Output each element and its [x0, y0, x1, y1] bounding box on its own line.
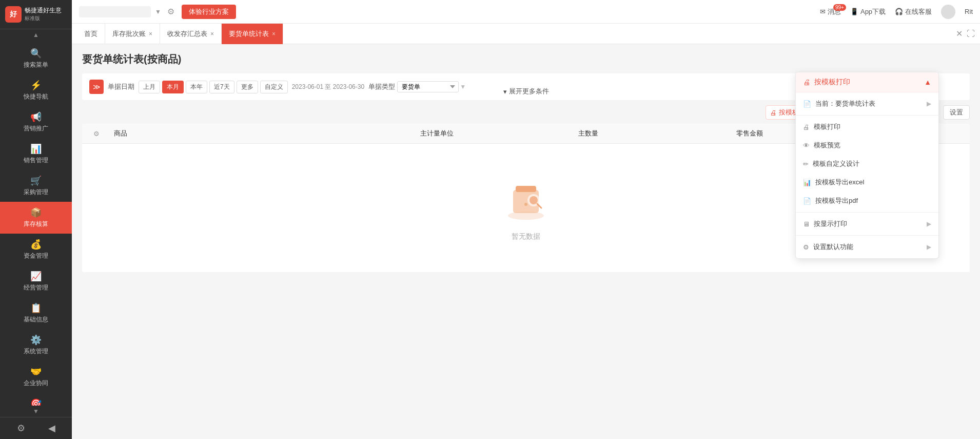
page-title: 要货单统计表(按商品)	[82, 52, 970, 66]
sidebar-item-guide[interactable]: 🎯 新手引导	[0, 393, 72, 406]
topbar-gear-icon[interactable]: ⚙	[167, 7, 174, 16]
current-template-item[interactable]: 📄 当前：要货单统计表 ▶	[796, 94, 938, 113]
headset-icon: 🎧	[895, 8, 903, 15]
system-icon: ⚙️	[30, 334, 42, 346]
sidebar-item-search[interactable]: 🔍 搜索菜单	[0, 43, 72, 74]
tab-close-icon[interactable]: ×	[272, 30, 276, 37]
template-preview-icon: 👁	[803, 142, 810, 149]
excel-icon: 📊	[803, 179, 811, 186]
dropdown-collapse-icon[interactable]: ▲	[924, 78, 931, 86]
col-qty: 主数量	[573, 129, 731, 138]
sidebar-item-label: 搜索菜单	[24, 61, 48, 69]
template-print-label: 模板打印	[814, 122, 840, 131]
online-service-label: 在线客服	[905, 7, 932, 16]
inventory-icon: 📦	[30, 207, 42, 218]
col-unit: 主计量单位	[415, 129, 573, 138]
topbar-right: ✉ 消息 99+ 📱 App下载 🎧 在线客服 Rit	[820, 5, 973, 19]
sidebar-item-label: 销售管理	[24, 156, 48, 165]
sidebar-item-operations[interactable]: 📈 经营管理	[0, 265, 72, 297]
marketing-icon: 📢	[30, 111, 42, 123]
template-export-excel-item[interactable]: 📊 按模板导出excel	[796, 173, 938, 192]
online-service-button[interactable]: 🎧 在线客服	[895, 7, 932, 16]
search-input[interactable]	[79, 6, 151, 17]
template-preview-label: 模板预览	[814, 141, 840, 150]
tab-label: 首页	[84, 29, 97, 39]
sidebar-item-sales[interactable]: 📊 销售管理	[0, 138, 72, 170]
empty-illustration	[500, 175, 552, 226]
template-export-pdf-item[interactable]: 📄 按模板导出pdf	[796, 192, 938, 210]
expand-more-button[interactable]: ▾ 展开更多条件	[496, 85, 556, 98]
tab-close-icon[interactable]: ×	[210, 30, 214, 37]
topbar-dropdown-arrow[interactable]: ▼	[155, 8, 161, 15]
sidebar-item-finance[interactable]: 💰 资金管理	[0, 234, 72, 265]
sidebar-item-quicknav[interactable]: ⚡ 快捷导航	[0, 74, 72, 106]
industry-solution-button[interactable]: 体验行业方案	[182, 5, 236, 19]
tab-label: 要货单统计表	[229, 29, 269, 39]
user-avatar[interactable]	[941, 5, 955, 19]
collapse-sidebar-icon[interactable]: ◀	[48, 423, 55, 434]
print-dropdown: 🖨 按模板打印 ▲ 📄 当前：要货单统计表 ▶ 🖨 模板打印 👁 模板预览 ✏ …	[795, 72, 939, 259]
topbar: ▼ ⚙ 体验行业方案 ✉ 消息 99+ 📱 App下载 🎧 在线客服 Rit	[72, 0, 980, 24]
tab-inventory-batch[interactable]: 库存批次账 ×	[105, 24, 160, 44]
tab-close-icon[interactable]: ×	[149, 30, 152, 37]
app-download-button[interactable]: 📱 App下载	[850, 7, 886, 16]
sidebar-item-marketing[interactable]: 📢 营销推广	[0, 106, 72, 138]
template-design-label: 模板自定义设计	[813, 159, 859, 168]
current-template-label: 当前：要货单统计表	[815, 99, 875, 108]
sidebar-item-collaboration[interactable]: 🤝 企业协同	[0, 361, 72, 393]
sidebar-item-basic-info[interactable]: 📋 基础信息	[0, 297, 72, 329]
tab-home[interactable]: 首页	[77, 24, 105, 44]
sidebar-nav: 🔍 搜索菜单 ⚡ 快捷导航 📢 营销推广 📊 销售管理 🛒 采购管理 📦 库存核…	[0, 41, 72, 406]
current-template-icon: 📄	[803, 100, 811, 108]
template-pdf-label: 按模板导出pdf	[815, 196, 858, 205]
app-name: 畅捷通好生意	[25, 7, 62, 15]
collaboration-icon: 🤝	[30, 366, 42, 377]
svg-point-4	[530, 196, 538, 204]
sidebar-item-label: 营销推广	[24, 124, 48, 133]
svg-point-6	[524, 203, 527, 206]
table-settings-col[interactable]: ⚙	[88, 130, 109, 138]
sidebar-item-label: 快捷导航	[24, 92, 48, 101]
display-print-item[interactable]: 🖥 按显示打印 ▶	[796, 215, 938, 233]
sidebar-item-system[interactable]: ⚙️ 系统管理	[0, 329, 72, 361]
sidebar-item-inventory[interactable]: 📦 库存核算	[0, 202, 72, 234]
sidebar-scroll-down[interactable]: ▼	[0, 406, 72, 417]
sidebar-item-label: 系统管理	[24, 347, 48, 356]
default-fn-label: 设置默认功能	[813, 242, 853, 252]
tab-order-stats[interactable]: 要货单统计表 ×	[222, 24, 283, 44]
display-print-label: 按显示打印	[814, 219, 847, 228]
guide-icon: 🎯	[30, 398, 42, 406]
default-fn-icon: ⚙	[803, 243, 809, 251]
expand-chevron-down-icon: ▾	[503, 88, 507, 96]
svg-rect-2	[516, 186, 536, 192]
dropdown-header[interactable]: 🖨 按模板打印 ▲	[796, 72, 938, 92]
basic-info-icon: 📋	[30, 302, 42, 314]
tab-label: 收发存汇总表	[167, 29, 207, 39]
search-nav-icon: 🔍	[30, 48, 42, 59]
logo-icon: 好	[5, 6, 22, 23]
sidebar-item-purchase[interactable]: 🛒 采购管理	[0, 170, 72, 202]
pdf-icon: 📄	[803, 197, 811, 205]
sidebar-scroll-up[interactable]: ▲	[0, 29, 72, 41]
settings-bottom-icon[interactable]: ⚙	[17, 423, 25, 434]
template-preview-item[interactable]: 👁 模板预览	[796, 136, 938, 155]
tab-stock-summary[interactable]: 收发存汇总表 ×	[160, 24, 222, 44]
expand-more-label: 展开更多条件	[509, 87, 549, 96]
settings-button[interactable]: 设置	[943, 105, 970, 120]
chevron-right-icon: ▶	[927, 220, 931, 227]
app-download-label: App下载	[860, 7, 886, 16]
tab-label: 库存批次账	[112, 29, 146, 39]
close-all-tabs-icon[interactable]: ✕	[956, 29, 963, 39]
purchase-icon: 🛒	[30, 175, 42, 186]
display-print-icon: 🖥	[803, 220, 810, 228]
template-design-item[interactable]: ✏ 模板自定义设计	[796, 155, 938, 173]
message-icon: ✉	[820, 8, 826, 15]
dropdown-template-actions: 🖨 模板打印 👁 模板预览 ✏ 模板自定义设计 📊 按模板导出excel 📄 按…	[796, 116, 938, 213]
sidebar-item-label: 采购管理	[24, 188, 48, 197]
expand-tab-icon[interactable]: ⛶	[967, 29, 975, 39]
template-print-icon: 🖨	[803, 123, 810, 131]
messages-button[interactable]: ✉ 消息 99+	[820, 7, 841, 16]
default-fn-item[interactable]: ⚙ 设置默认功能 ▶	[796, 238, 938, 256]
operations-icon: 📈	[30, 271, 42, 282]
template-print-item[interactable]: 🖨 模板打印	[796, 118, 938, 136]
